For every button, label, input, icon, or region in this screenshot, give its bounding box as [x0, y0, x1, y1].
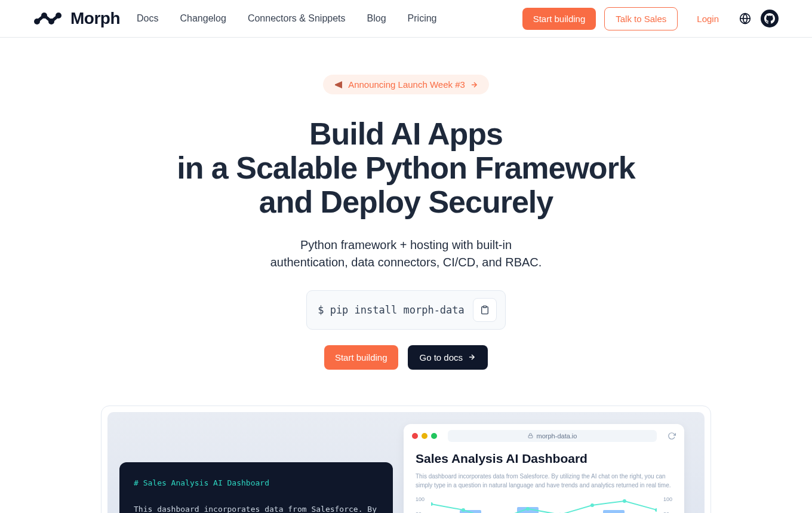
- cta-buttons: Start building Go to docs: [324, 345, 488, 370]
- svg-point-10: [431, 502, 433, 506]
- start-building-button[interactable]: Start building: [522, 8, 596, 30]
- maximize-dot: [431, 433, 437, 439]
- install-command-text: $ pip install morph-data: [318, 304, 465, 316]
- go-to-docs-button[interactable]: Go to docs: [408, 345, 488, 370]
- morph-logo-icon: [33, 12, 64, 25]
- hero-subtitle: Python framework + hosting with built-in…: [270, 236, 542, 271]
- hero-title: Build AI Apps in a Scalable Python Frame…: [177, 117, 635, 220]
- y-axis-left: 100 80 60: [416, 496, 425, 513]
- bars-container: [431, 507, 657, 513]
- preview-card: # Sales Analysis AI Dashboard This dashb…: [101, 406, 711, 513]
- nav-changelog[interactable]: Changelog: [180, 13, 226, 24]
- svg-rect-9: [528, 435, 533, 438]
- minimize-dot: [422, 433, 427, 439]
- talk-to-sales-button[interactable]: Talk to Sales: [604, 7, 678, 30]
- chart-bar: [603, 510, 625, 513]
- site-header: Morph Docs Changelog Connectors & Snippe…: [0, 0, 812, 38]
- refresh-icon: [668, 432, 676, 440]
- main-content: Announcing Launch Week #3 Build AI Apps …: [0, 38, 812, 513]
- dashboard-description: This dashboard incorporates data from Sa…: [416, 472, 672, 490]
- nav-blog[interactable]: Blog: [367, 13, 386, 24]
- clipboard-icon: [480, 305, 490, 315]
- logo-text: Morph: [70, 9, 120, 28]
- dashboard-content: Sales Analysis AI Dashboard This dashboa…: [404, 448, 684, 513]
- nav-pricing[interactable]: Pricing: [408, 13, 437, 24]
- y-axis-right: 100 80 60: [663, 496, 672, 513]
- install-command-box: $ pip install morph-data: [306, 290, 506, 330]
- main-nav: Docs Changelog Connectors & Snippets Blo…: [137, 13, 436, 24]
- announcement-badge[interactable]: Announcing Launch Week #3: [323, 75, 489, 94]
- url-bar: morph-data.io: [448, 430, 657, 442]
- header-actions: Start building Talk to Sales Login: [522, 7, 779, 30]
- megaphone-icon: [334, 80, 343, 90]
- language-icon[interactable]: [738, 11, 752, 26]
- browser-window: morph-data.io Sales Analysis AI Dashboar…: [404, 424, 684, 513]
- code-window: # Sales Analysis AI Dashboard This dashb…: [119, 462, 393, 513]
- nav-docs[interactable]: Docs: [137, 13, 158, 24]
- dashboard-chart: 100 80 60 100 80 60: [416, 498, 672, 513]
- announcement-text: Announcing Launch Week #3: [348, 79, 465, 90]
- svg-point-16: [623, 499, 626, 503]
- preview-inner: # Sales Analysis AI Dashboard This dashb…: [107, 412, 705, 513]
- copy-button[interactable]: [473, 298, 497, 322]
- svg-rect-7: [483, 306, 486, 308]
- chart-bar: [517, 507, 539, 513]
- arrow-right-icon: [467, 353, 476, 361]
- window-controls: [412, 433, 437, 439]
- browser-chrome: morph-data.io: [404, 424, 684, 448]
- start-building-cta[interactable]: Start building: [324, 345, 398, 370]
- code-comment: # Sales Analysis AI Dashboard: [134, 477, 379, 490]
- chart-bar: [460, 510, 481, 513]
- dashboard-title: Sales Analysis AI Dashboard: [416, 451, 672, 466]
- github-icon[interactable]: [761, 10, 779, 27]
- code-body: This dashboard incorporates data from Sa…: [134, 503, 379, 513]
- login-link[interactable]: Login: [697, 14, 719, 24]
- close-dot: [412, 433, 418, 439]
- lock-icon: [528, 433, 533, 438]
- nav-connectors[interactable]: Connectors & Snippets: [248, 13, 346, 24]
- logo[interactable]: Morph: [33, 9, 120, 28]
- arrow-right-icon: [470, 81, 478, 89]
